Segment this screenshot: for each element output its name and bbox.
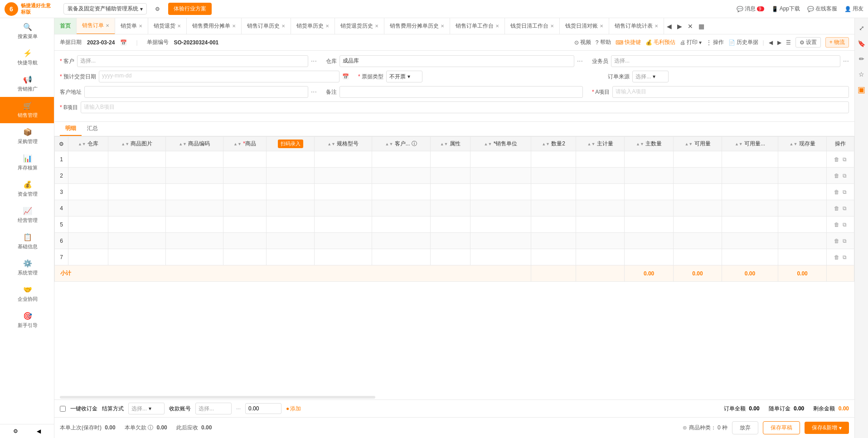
th-product-code[interactable]: ▲▼ 商品编码 bbox=[165, 137, 223, 151]
tab-sales-refund-hist[interactable]: 销货退货历史 ✕ bbox=[335, 18, 384, 34]
tab-sales-workbench[interactable]: 销售订单工作台 ✕ bbox=[450, 18, 505, 34]
remark-input[interactable] bbox=[339, 86, 583, 98]
add-logistics-button[interactable]: + 物流 bbox=[825, 37, 849, 48]
row-actions[interactable]: 🗑 ⧉ bbox=[827, 184, 854, 200]
delete-row-icon[interactable]: 🗑 bbox=[834, 205, 839, 212]
setup-button[interactable]: ⚙ 设置 bbox=[795, 37, 821, 48]
scan-button[interactable]: 扫码录入 bbox=[278, 140, 303, 148]
system-selector[interactable]: 装备及固定资产辅助管理系统 ▾ bbox=[63, 3, 147, 14]
save-new-button[interactable]: 保存&新增 ▾ bbox=[805, 422, 849, 434]
tab-sales-refund[interactable]: 销货退货 ✕ bbox=[148, 18, 187, 34]
customer-input[interactable]: 选择... bbox=[77, 55, 308, 67]
copy-row-icon[interactable]: ⧉ bbox=[843, 254, 847, 260]
sidebar-item-corp[interactable]: 🤝 企业协同 bbox=[0, 281, 54, 307]
row-avail-qty[interactable] bbox=[673, 151, 722, 168]
salesperson-expand-icon[interactable]: ··· bbox=[843, 57, 849, 65]
next-record-icon[interactable]: ▶ bbox=[777, 39, 781, 46]
th-avail-qty[interactable]: ▲▼ 可用量 bbox=[673, 137, 722, 151]
tab-close-icon[interactable]: ✕ bbox=[281, 24, 285, 29]
tab-next-button[interactable]: ▶ bbox=[674, 18, 685, 34]
tab-close-icon[interactable]: ✕ bbox=[550, 24, 554, 29]
profit-button[interactable]: 💰 毛利预估 bbox=[645, 39, 675, 46]
row-attr[interactable] bbox=[430, 151, 470, 168]
tab-home[interactable]: 首页 bbox=[54, 18, 77, 34]
th-customer-code[interactable]: ▲▼ 客户... ⓘ bbox=[372, 137, 430, 151]
online-service-button[interactable]: 💬 在线客服 bbox=[807, 5, 837, 13]
delivery-input[interactable]: yyyy-mm-dd bbox=[99, 71, 339, 82]
tab-sales-cost-hist[interactable]: 销售费用分摊单历史 ✕ bbox=[384, 18, 450, 34]
view-button[interactable]: ⊙ 视频 bbox=[574, 39, 591, 46]
delete-row-icon[interactable]: 🗑 bbox=[834, 221, 839, 228]
operate-button[interactable]: ⋮ 操作 bbox=[706, 39, 724, 46]
account-expand-icon[interactable]: ··· bbox=[236, 405, 241, 412]
th-main-qty[interactable]: ▲▼ 主数量 bbox=[625, 137, 673, 151]
address-expand-icon[interactable]: ··· bbox=[311, 88, 317, 96]
message-button[interactable]: 💬 消息 9 bbox=[737, 5, 764, 13]
th-settings[interactable]: ⚙ bbox=[55, 137, 68, 151]
sidebar-item-stock[interactable]: 📊 库存核算 bbox=[0, 149, 54, 176]
sidebar-item-ops[interactable]: 📈 经营管理 bbox=[0, 202, 54, 228]
tab-close-icon[interactable]: ✕ bbox=[177, 24, 181, 29]
star-icon[interactable]: ☆ bbox=[856, 69, 867, 80]
sidebar-item-marketing[interactable]: 📢 营销推广 bbox=[0, 71, 54, 97]
salesperson-input[interactable]: 选择... bbox=[611, 55, 840, 67]
sidebar-item-purchase[interactable]: 📦 采购管理 bbox=[0, 123, 54, 149]
th-main-unit[interactable]: ▲▼ 主计量 bbox=[576, 137, 624, 151]
tab-cash-clear[interactable]: 钱货日清工作台 ✕ bbox=[505, 18, 560, 34]
th-product[interactable]: ▲▼ *商品 bbox=[223, 137, 267, 151]
row-actions[interactable]: 🗑 ⧉ bbox=[827, 200, 854, 217]
tab-sales-order[interactable]: 销售订单 ✕ bbox=[77, 18, 115, 34]
copy-row-icon[interactable]: ⧉ bbox=[843, 205, 847, 212]
gear-settings-icon[interactable]: ⚙ bbox=[151, 5, 164, 13]
tab-close-icon[interactable]: ✕ bbox=[232, 24, 236, 29]
row-actions[interactable]: 🗑 ⧉ bbox=[827, 217, 854, 233]
tab-cash-check[interactable]: 钱货日清对账 ✕ bbox=[560, 18, 609, 34]
tab-close-icon[interactable]: ✕ bbox=[375, 24, 378, 29]
row-actions[interactable]: 🗑 ⧉ bbox=[827, 168, 854, 184]
delete-row-icon[interactable]: 🗑 bbox=[834, 238, 839, 244]
sidebar-item-sales[interactable]: 🛒 销售管理 bbox=[0, 97, 54, 123]
delete-row-icon[interactable]: 🗑 bbox=[834, 189, 839, 195]
row-avail-qty2[interactable] bbox=[722, 151, 778, 168]
th-current-qty[interactable]: ▲▼ 现存量 bbox=[778, 137, 826, 151]
row-product-img[interactable] bbox=[108, 151, 165, 168]
tab-summary[interactable]: 汇总 bbox=[82, 122, 103, 136]
tab-sales-cost[interactable]: 销售费用分摊单 ✕ bbox=[187, 18, 242, 34]
table-scrollbar[interactable] bbox=[54, 395, 854, 399]
tab-close-icon[interactable]: ✕ bbox=[325, 24, 329, 29]
th-unit[interactable]: ▲▼ *销售单位 bbox=[470, 137, 531, 151]
row-actions[interactable]: 🗑 ⧉ bbox=[827, 233, 854, 249]
discard-button[interactable]: 放弃 bbox=[732, 421, 758, 434]
print-button[interactable]: 🖨 打印 ▾ bbox=[680, 39, 702, 46]
row-qty2[interactable] bbox=[531, 151, 576, 168]
address-input[interactable] bbox=[84, 86, 308, 98]
order-source-select[interactable]: 选择... ▾ bbox=[632, 71, 669, 82]
th-product-img[interactable]: ▲▼ 商品图片 bbox=[108, 137, 165, 151]
payment-method-select[interactable]: 选择... ▾ bbox=[128, 403, 165, 414]
th-scan[interactable]: 扫码录入 bbox=[267, 137, 315, 151]
copy-row-icon[interactable]: ⧉ bbox=[843, 173, 847, 179]
row-product-code[interactable] bbox=[165, 151, 223, 168]
list-view-icon[interactable]: ☰ bbox=[786, 39, 791, 46]
tab-sales-return[interactable]: 销货单 ✕ bbox=[115, 18, 148, 34]
delete-row-icon[interactable]: 🗑 bbox=[834, 254, 839, 260]
tab-sales-stat[interactable]: 销售订单统计表 ✕ bbox=[609, 18, 664, 34]
tab-close-icon[interactable]: ✕ bbox=[655, 24, 658, 29]
prev-record-icon[interactable]: ◀ bbox=[769, 39, 773, 46]
sidebar-item-system[interactable]: ⚙️ 系统管理 bbox=[0, 255, 54, 281]
th-warehouse[interactable]: ▲▼ 仓库 bbox=[68, 137, 108, 151]
industry-plan-button[interactable]: 体验行业方案 bbox=[168, 3, 212, 15]
calendar-icon[interactable]: 📅 bbox=[120, 39, 127, 46]
sidebar-item-finance[interactable]: 💰 资金管理 bbox=[0, 176, 54, 202]
add-payment-button[interactable]: ● 添加 bbox=[286, 405, 301, 413]
edit-icon[interactable]: ✏ bbox=[856, 53, 867, 64]
warehouse-input[interactable]: 成品库 bbox=[339, 55, 574, 67]
delete-row-icon[interactable]: 🗑 bbox=[834, 156, 839, 163]
copy-row-icon[interactable]: ⧉ bbox=[843, 189, 847, 195]
calendar-delivery-icon[interactable]: 📅 bbox=[342, 73, 349, 80]
invoice-select[interactable]: 不开票 ▾ bbox=[386, 71, 422, 82]
th-spec[interactable]: ▲▼ 规格型号 bbox=[314, 137, 372, 151]
tab-close-icon[interactable]: ✕ bbox=[139, 24, 142, 29]
copy-row-icon[interactable]: ⧉ bbox=[843, 156, 847, 163]
one-click-checkbox[interactable] bbox=[60, 406, 66, 412]
